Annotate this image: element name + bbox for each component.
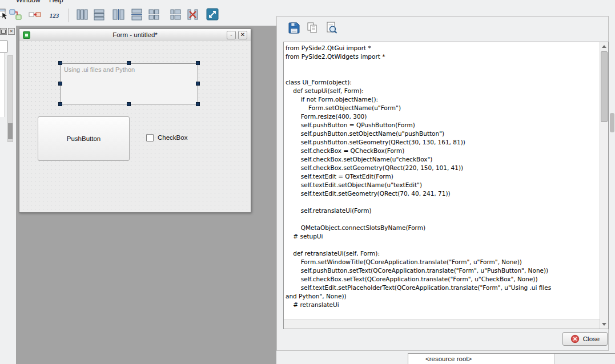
layout-form-button[interactable] (168, 8, 183, 23)
layout-grid-button[interactable] (146, 8, 161, 23)
edit-tab-order-button[interactable]: 123 (46, 8, 63, 23)
edit-signals-slots-icon (9, 7, 22, 23)
selection-handle-bottom-center[interactable] (127, 102, 131, 106)
code-horizontal-scrollbar[interactable] (284, 319, 600, 329)
vertical-scrollbar-thumb[interactable] (601, 51, 608, 122)
checkbox-indicator[interactable] (146, 134, 154, 141)
resource-tree[interactable]: <resource root> (408, 354, 554, 364)
close-button[interactable]: Close (562, 332, 608, 346)
layout-form-icon (169, 8, 182, 23)
form-window-icon (23, 31, 30, 39)
pushbutton-widget[interactable]: PushButton (38, 116, 130, 161)
form-close-button[interactable]: ✕ (238, 31, 247, 39)
code-preview-dialog: from PySide2.QtGui import * from PySide2… (276, 16, 609, 351)
edit-buddies-icon (28, 7, 42, 23)
selection-handle-mid-left[interactable] (58, 82, 62, 86)
layout-horizontal-splitter-button[interactable] (111, 8, 126, 23)
resource-root-item[interactable]: <resource root> (425, 354, 472, 364)
edit-buddies-button[interactable] (27, 8, 42, 23)
save-icon (287, 21, 301, 37)
checkbox-widget[interactable]: CheckBox (146, 134, 187, 141)
widget-box-scrollbar-thumb[interactable] (8, 123, 13, 139)
selection-handle-top-center[interactable] (127, 61, 131, 65)
layout-vertical-icon (93, 8, 106, 23)
copy-icon (306, 21, 319, 37)
selection-handle-mid-right[interactable] (196, 82, 200, 86)
break-layout-icon (186, 8, 199, 23)
code-vertical-scrollbar[interactable] (600, 42, 608, 329)
form-minimize-button[interactable]: - (227, 31, 236, 39)
form-window-titlebar[interactable]: Form - untitled* - ✕ (19, 29, 251, 42)
right-scrollbar-thumb[interactable] (610, 113, 614, 132)
scroll-up-arrow-icon[interactable] (602, 45, 606, 48)
close-icon (570, 334, 580, 343)
menubar: Window Help (0, 0, 240, 5)
break-layout-button[interactable] (185, 8, 200, 23)
textedit-placeholder: Using .ui files and Python (64, 66, 135, 73)
layout-horizontal-icon (75, 8, 89, 23)
print-preview-button[interactable] (324, 22, 339, 37)
selection-handle-bottom-right[interactable] (196, 102, 200, 106)
toolbar-separator (68, 9, 69, 22)
scroll-down-arrow-icon[interactable] (602, 323, 606, 326)
textedit-widget[interactable]: Using .ui files and Python (61, 63, 198, 104)
selection-handle-top-left[interactable] (58, 61, 62, 65)
widget-box-filter-fragment[interactable] (0, 41, 8, 52)
pushbutton-label: PushButton (67, 135, 101, 142)
dock-close-button[interactable]: ✕ (8, 28, 15, 35)
code-text[interactable]: from PySide2.QtGui import * from PySide2… (286, 44, 598, 318)
mdi-area: Form - untitled* - ✕ Using .ui files and… (16, 26, 276, 364)
adjust-size-button[interactable] (204, 8, 220, 23)
qt-designer-screen: Window Help 1 (0, 0, 615, 364)
adjust-size-icon (206, 7, 219, 23)
widget-box-scrollbar[interactable] (7, 55, 13, 142)
selection-handle-bottom-left[interactable] (58, 102, 62, 106)
close-button-label: Close (583, 335, 600, 342)
edit-tab-order-icon: 123 (50, 12, 59, 19)
menu-window[interactable]: Window (16, 0, 41, 4)
form-editor-window: Form - untitled* - ✕ Using .ui files and… (19, 29, 251, 213)
dock-close-icon: ✕ (10, 29, 13, 33)
edit-signals-slots-button[interactable] (8, 8, 23, 23)
checkbox-label: CheckBox (158, 134, 187, 141)
layout-vertically-button[interactable] (91, 8, 106, 23)
dock-float-icon (1, 30, 6, 34)
layout-horizontal-splitter-icon (112, 8, 125, 23)
form-canvas[interactable]: Using .ui files and Python PushButton Ch… (19, 41, 251, 212)
dock-float-button[interactable] (0, 28, 7, 35)
layout-horizontally-button[interactable] (74, 8, 89, 23)
print-preview-icon (325, 21, 339, 37)
resource-browser-fragment: <resource root> (408, 353, 615, 364)
selection-handle-top-right[interactable] (196, 61, 200, 65)
layout-vertical-splitter-button[interactable] (129, 8, 144, 23)
form-window-title: Form - untitled* (19, 29, 251, 41)
layout-vertical-splitter-icon (130, 8, 143, 23)
save-button[interactable] (287, 22, 302, 37)
copy-button[interactable] (305, 22, 320, 37)
widget-box-tree-fragment (0, 53, 5, 117)
menu-help[interactable]: Help (49, 0, 63, 4)
code-view[interactable]: from PySide2.QtGui import * from PySide2… (283, 42, 609, 329)
layout-grid-icon (147, 8, 160, 23)
